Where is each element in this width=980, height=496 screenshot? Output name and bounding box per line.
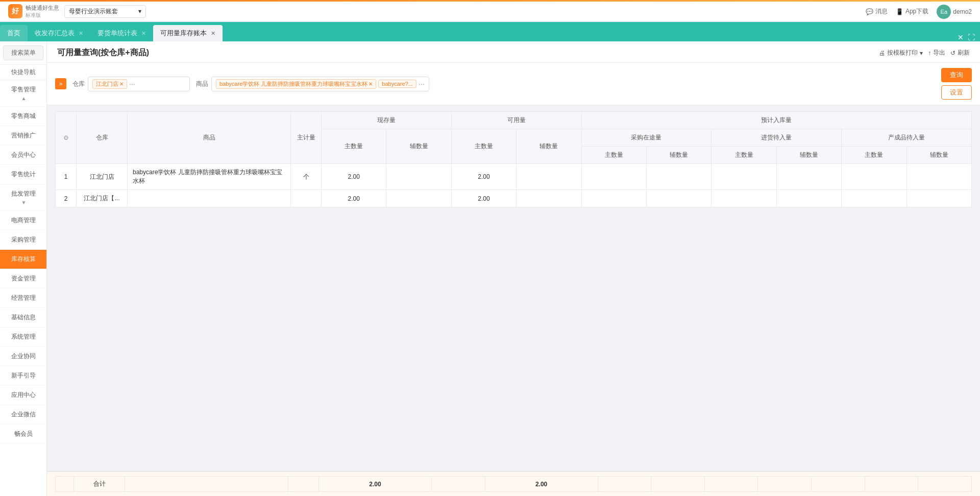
footer-pt-main <box>651 477 705 492</box>
sidebar-item-enterprise-collab[interactable]: 企业协同 <box>0 347 46 366</box>
user-area[interactable]: Ea demo2 <box>937 5 972 19</box>
search-menu-btn[interactable]: 搜索菜单 <box>3 45 43 60</box>
sidebar-item-finance[interactable]: 资金管理 <box>0 269 46 289</box>
tab-receive-summary[interactable]: 收发存汇总表 ✕ <box>28 25 90 41</box>
quick-nav-btn[interactable]: 快捷导航 <box>0 65 46 80</box>
sidebar-item-label-operations: 经营管理 <box>11 294 36 302</box>
td-warehouse: 江北门店 <box>77 164 128 190</box>
footer-empty-1 <box>125 477 288 492</box>
footer-empty-2 <box>288 477 319 492</box>
sidebar-item-label-retail-mgmt: 零售管理 <box>11 85 36 94</box>
td-pt-aux <box>646 190 711 207</box>
sidebar-item-retail-mall[interactable]: 零售商城 <box>0 107 46 126</box>
td-row-num: 2 <box>56 190 77 207</box>
tab-order-stats-label: 要货单统计表 <box>97 29 137 38</box>
th-planned-in: 预计入库量 <box>581 112 971 129</box>
warehouse-filter-input[interactable]: 江北门店 ✕ ··· <box>88 77 190 91</box>
td-main-unit <box>291 190 322 207</box>
sidebar-item-wholesale-mgmt[interactable]: 批发管理▼ <box>0 184 46 211</box>
sidebar-item-system-mgmt[interactable]: 系统管理 <box>0 327 46 347</box>
filter-area: » 仓库 江北门店 ✕ ··· 商品 babycare学饮杯 儿童防摔防撞吸管杯… <box>47 63 980 105</box>
td-warehouse: 江北门店【... <box>77 190 128 207</box>
sidebar-item-label-purchase-mgmt: 采购管理 <box>11 235 36 244</box>
warehouse-tag-0-close[interactable]: ✕ <box>119 81 124 87</box>
filter-expand-btn[interactable]: » <box>55 78 66 89</box>
th-pending-arrival-main: 主数量 <box>712 147 776 164</box>
chevron-down-icon: ▾ <box>138 8 141 15</box>
th-production-pending-main: 主数量 <box>842 147 906 164</box>
content-area: 可用量查询(按仓库+商品) 🖨 按模板打印 ▾ ↑ 导出 ↺ 刷新 » <box>47 41 980 496</box>
message-icon: 💬 <box>866 8 873 15</box>
query-btn[interactable]: 查询 <box>941 68 972 82</box>
sidebar-item-member-center[interactable]: 会员中心 <box>0 146 46 165</box>
footer-pp-aux <box>918 477 972 492</box>
td-available-aux <box>517 164 581 190</box>
page-header: 可用量查询(按仓库+商品) 🖨 按模板打印 ▾ ↑ 导出 ↺ 刷新 <box>47 41 980 63</box>
product-tag-0: babycare学饮杯 儿童防摔防撞吸管杯重力球吸嘴杯宝宝水杯 ✕ <box>216 79 376 89</box>
tab-available-stock-close[interactable]: ✕ <box>211 30 215 37</box>
product-tag-1: babycare?... <box>378 80 416 88</box>
sidebar-item-label-enterprise-collab: 企业协同 <box>11 352 36 361</box>
sidebar-item-basic-info[interactable]: 基础信息 <box>0 308 46 327</box>
sidebar-item-new-guide[interactable]: 新手引导 <box>0 366 46 386</box>
avatar: Ea <box>937 5 951 19</box>
refresh-btn[interactable]: ↺ 刷新 <box>950 49 970 57</box>
sidebar-item-marketing[interactable]: 营销推广 <box>0 126 46 146</box>
td-product <box>128 190 291 207</box>
sidebar-item-purchase-mgmt[interactable]: 采购管理 <box>0 230 46 250</box>
chevron-down-icon: ▾ <box>920 50 923 57</box>
tab-receive-summary-close[interactable]: ✕ <box>79 30 83 37</box>
username-label: demo2 <box>953 8 972 15</box>
sidebar-item-retail-mgmt[interactable]: 零售管理▲ <box>0 80 46 107</box>
th-available: 可用量 <box>451 112 581 129</box>
sidebar-item-operations[interactable]: 经营管理 <box>0 289 46 308</box>
maximize-icon[interactable]: ⛶ <box>968 33 975 41</box>
logo-area: 好 畅捷通好生意 标准版 <box>8 4 59 18</box>
gear-icon[interactable]: ⚙ <box>61 133 71 143</box>
export-btn[interactable]: ↑ 导出 <box>928 49 945 57</box>
td-current-main: 2.00 <box>322 190 386 207</box>
sidebar-item-app-center[interactable]: 应用中心 <box>0 386 46 405</box>
close-tab-icon[interactable]: ✕ <box>958 33 964 41</box>
message-btn[interactable]: 💬 消息 <box>866 7 888 16</box>
td-available-main: 2.00 <box>451 164 516 190</box>
sidebar-item-retail-stats[interactable]: 零售统计 <box>0 165 46 184</box>
th-available-aux: 辅数量 <box>517 129 581 164</box>
td-pp-main <box>842 190 906 207</box>
logo-icon: 好 <box>8 4 22 18</box>
sidebar-item-label-member-center: 会员中心 <box>11 151 36 159</box>
th-row-num: ⚙ <box>56 112 77 164</box>
th-pending-arrival-aux: 辅数量 <box>776 147 841 164</box>
app-download-btn[interactable]: 📱 App下载 <box>896 7 928 16</box>
sidebar-item-label-inventory: 库存核算 <box>11 255 36 264</box>
sidebar-item-label-system-mgmt: 系统管理 <box>11 333 36 341</box>
sidebar-item-vip-member[interactable]: 畅会员 <box>0 424 46 444</box>
company-selector[interactable]: 母婴行业演示账套 ▾ <box>64 5 146 18</box>
tab-available-stock[interactable]: 可用量库存账本 ✕ <box>153 25 223 41</box>
table-area: ⚙ 仓库 商品 主计量 现存量 可用量 预计入库量 主数量 辅数量 主数量 辅数… <box>47 105 980 471</box>
table-body: 1江北门店babycare学饮杯 儿童防摔防撞吸管杯重力球吸嘴杯宝宝水杯个2.0… <box>56 164 972 207</box>
th-production-pending-aux: 辅数量 <box>906 147 971 164</box>
footer-empty-0 <box>56 477 74 492</box>
td-row-num: 1 <box>56 164 77 190</box>
table-footer: 合计 2.00 2.00 <box>47 471 980 496</box>
tab-home[interactable]: 首页 <box>0 25 28 41</box>
product-filter-input[interactable]: babycare学饮杯 儿童防摔防撞吸管杯重力球吸嘴杯宝宝水杯 ✕ babyca… <box>211 77 429 91</box>
template-print-btn[interactable]: 🖨 按模板打印 ▾ <box>879 49 923 57</box>
tab-receive-summary-label: 收发存汇总表 <box>35 29 75 38</box>
product-more-dots: ··· <box>419 80 425 88</box>
tab-order-stats[interactable]: 要货单统计表 ✕ <box>90 25 153 41</box>
sidebar-item-label-marketing: 营销推广 <box>11 131 36 140</box>
td-pp-aux <box>906 164 971 190</box>
td-pa-aux <box>776 190 841 207</box>
td-available-aux <box>517 190 581 207</box>
settings-btn[interactable]: 设置 <box>941 85 972 100</box>
sidebar-item-enterprise-wechat[interactable]: 企业微信 <box>0 405 46 424</box>
nav-tabs-right: ✕ ⛶ <box>958 33 980 41</box>
sidebar-item-inventory[interactable]: 库存核算 <box>0 250 46 269</box>
logo-sub: 标准版 <box>26 12 59 19</box>
sidebar-item-ecommerce[interactable]: 电商管理 <box>0 211 46 230</box>
product-tag-0-close[interactable]: ✕ <box>369 81 373 87</box>
tab-order-stats-close[interactable]: ✕ <box>141 30 146 37</box>
export-icon: ↑ <box>928 50 931 57</box>
